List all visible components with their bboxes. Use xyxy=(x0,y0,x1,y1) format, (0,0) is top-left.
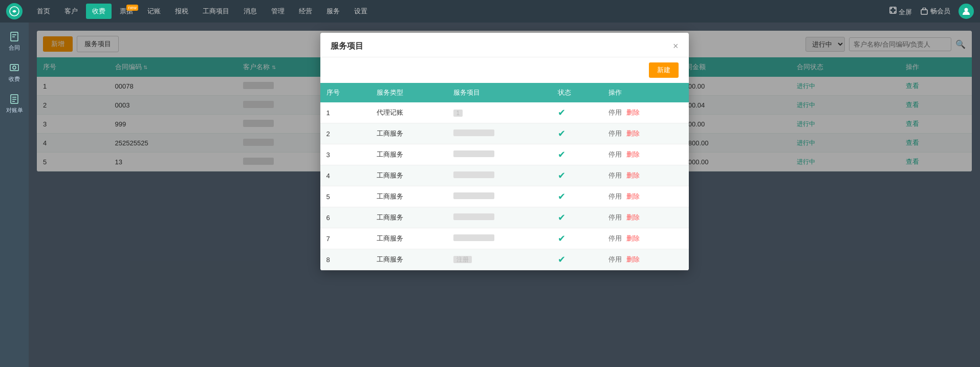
modal-cell-item xyxy=(447,228,552,249)
fullscreen-btn[interactable]: 全屏 xyxy=(889,6,912,17)
modal-cell-status: ✔ xyxy=(552,186,602,207)
modal-title: 服务项目 xyxy=(331,41,363,52)
modal-cell-ops[interactable]: 停用 删除 xyxy=(602,102,689,123)
modal-cell-type: 工商服务 xyxy=(371,165,447,186)
nav-service[interactable]: 服务 xyxy=(320,4,346,19)
modal-cell-seq: 8 xyxy=(320,249,371,270)
delete-btn[interactable]: 删除 xyxy=(626,150,640,159)
nav-invoice[interactable]: 票据 new xyxy=(114,4,139,19)
service-modal: 服务项目 × 新建 序号 服务类型 服务项目 状态 xyxy=(320,33,689,270)
modal-header: 服务项目 × xyxy=(320,33,689,57)
stop-btn[interactable]: 停用 xyxy=(608,171,622,180)
modal-overlay: 服务项目 × 新建 序号 服务类型 服务项目 状态 xyxy=(29,23,980,367)
nav-home[interactable]: 首页 xyxy=(31,4,56,19)
fee-icon xyxy=(9,62,20,73)
svg-rect-5 xyxy=(10,64,18,71)
modal-cell-ops[interactable]: 停用 删除 xyxy=(602,249,689,270)
modal-cell-type: 工商服务 xyxy=(371,207,447,228)
modal-close-btn[interactable]: × xyxy=(673,41,679,52)
nav-settings[interactable]: 设置 xyxy=(348,4,374,19)
modal-new-btn[interactable]: 新建 xyxy=(649,62,679,78)
modal-cell-item: 1 xyxy=(447,102,552,123)
modal-cell-status: ✔ xyxy=(552,123,602,144)
top-nav: 首页 客户 收费 票据 new 记账 报税 工商项目 消息 管理 经营 服务 设… xyxy=(0,0,980,23)
nav-operate[interactable]: 经营 xyxy=(293,4,318,19)
modal-cell-seq: 6 xyxy=(320,207,371,228)
user-avatar[interactable] xyxy=(959,4,974,19)
sidebar-item-fee[interactable]: 收费 xyxy=(2,58,27,87)
delete-btn[interactable]: 删除 xyxy=(626,171,640,180)
modal-cell-seq: 5 xyxy=(320,186,371,207)
sidebar-item-statement[interactable]: 对账单 xyxy=(2,89,27,118)
modal-cell-item xyxy=(447,165,552,186)
modal-cell-seq: 3 xyxy=(320,144,371,165)
modal-cell-status: ✔ xyxy=(552,102,602,123)
modal-cell-seq: 2 xyxy=(320,123,371,144)
modal-cell-ops[interactable]: 停用 删除 xyxy=(602,207,689,228)
stop-btn[interactable]: 停用 xyxy=(608,234,622,243)
stop-btn[interactable]: 停用 xyxy=(608,213,622,222)
modal-cell-status: ✔ xyxy=(552,207,602,228)
delete-btn[interactable]: 删除 xyxy=(626,255,640,264)
status-check-icon: ✔ xyxy=(558,254,565,265)
modal-table: 序号 服务类型 服务项目 状态 操作 1 代理记账 1 ✔ 停用 删 xyxy=(320,83,689,270)
delete-btn[interactable]: 删除 xyxy=(626,234,640,243)
nav-message[interactable]: 消息 xyxy=(237,4,263,19)
delete-btn[interactable]: 删除 xyxy=(626,192,640,201)
nav-fee[interactable]: 收费 xyxy=(86,4,112,19)
stop-btn[interactable]: 停用 xyxy=(608,108,622,117)
modal-table-row: 1 代理记账 1 ✔ 停用 删除 xyxy=(320,102,689,123)
svg-point-6 xyxy=(13,66,16,69)
stop-btn[interactable]: 停用 xyxy=(608,150,622,159)
modal-col-ops: 操作 xyxy=(602,83,689,102)
modal-table-row: 7 工商服务 ✔ 停用 删除 xyxy=(320,228,689,249)
nav-business[interactable]: 工商项目 xyxy=(197,4,235,19)
vip-btn[interactable]: 畅会员 xyxy=(920,7,950,16)
modal-cell-ops[interactable]: 停用 删除 xyxy=(602,144,689,165)
app-logo xyxy=(6,3,23,19)
status-check-icon: ✔ xyxy=(558,107,565,118)
modal-col-type: 服务类型 xyxy=(371,83,447,102)
nav-customer[interactable]: 客户 xyxy=(58,4,84,19)
stop-btn[interactable]: 停用 xyxy=(608,192,622,201)
modal-cell-item: 注册 xyxy=(447,249,552,270)
modal-cell-seq: 4 xyxy=(320,165,371,186)
modal-cell-type: 工商服务 xyxy=(371,249,447,270)
modal-col-seq: 序号 xyxy=(320,83,371,102)
delete-btn[interactable]: 删除 xyxy=(626,213,640,222)
modal-body: 序号 服务类型 服务项目 状态 操作 1 代理记账 1 ✔ 停用 删 xyxy=(320,83,689,270)
modal-table-row: 5 工商服务 ✔ 停用 删除 xyxy=(320,186,689,207)
statement-icon xyxy=(9,93,20,104)
modal-cell-ops[interactable]: 停用 删除 xyxy=(602,228,689,249)
stop-btn[interactable]: 停用 xyxy=(608,255,622,264)
modal-cell-ops[interactable]: 停用 删除 xyxy=(602,165,689,186)
modal-toolbar: 新建 xyxy=(320,57,689,83)
modal-cell-type: 工商服务 xyxy=(371,123,447,144)
stop-btn[interactable]: 停用 xyxy=(608,129,622,138)
modal-cell-ops[interactable]: 停用 删除 xyxy=(602,123,689,144)
sidebar-label-fee: 收费 xyxy=(9,75,20,83)
modal-cell-ops[interactable]: 停用 删除 xyxy=(602,186,689,207)
main-layout: 合同 收费 对账单 新增 xyxy=(0,23,980,367)
sidebar-item-contract[interactable]: 合同 xyxy=(2,27,27,56)
modal-table-row: 6 工商服务 ✔ 停用 删除 xyxy=(320,207,689,228)
modal-cell-status: ✔ xyxy=(552,249,602,270)
nav-manage[interactable]: 管理 xyxy=(265,4,291,19)
new-badge: new xyxy=(126,5,138,11)
modal-col-item: 服务项目 xyxy=(447,83,552,102)
modal-cell-status: ✔ xyxy=(552,144,602,165)
modal-cell-status: ✔ xyxy=(552,165,602,186)
delete-btn[interactable]: 删除 xyxy=(626,108,640,117)
modal-cell-item xyxy=(447,207,552,228)
svg-point-3 xyxy=(965,8,968,12)
nav-bookkeeping[interactable]: 记账 xyxy=(141,4,167,19)
modal-cell-seq: 1 xyxy=(320,102,371,123)
delete-btn[interactable]: 删除 xyxy=(626,129,640,138)
modal-table-row: 2 工商服务 ✔ 停用 删除 xyxy=(320,123,689,144)
nav-tax[interactable]: 报税 xyxy=(169,4,194,19)
modal-header-row: 序号 服务类型 服务项目 状态 操作 xyxy=(320,83,689,102)
status-check-icon: ✔ xyxy=(558,191,565,202)
sidebar: 合同 收费 对账单 xyxy=(0,23,29,367)
contract-icon xyxy=(9,31,20,42)
content-area: 新增 服务项目 进行中 全部 已结束 🔍 序号 合同编码 xyxy=(29,23,980,367)
